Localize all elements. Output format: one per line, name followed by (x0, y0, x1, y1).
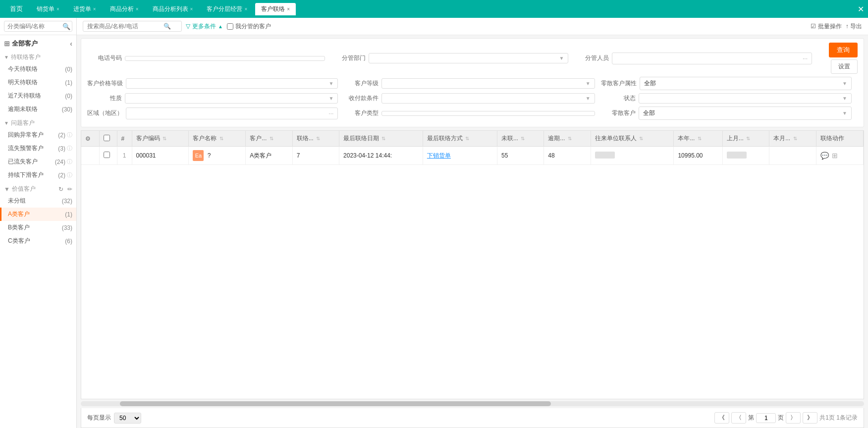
page-size-select[interactable]: 50 100 200 (114, 413, 141, 424)
phone-input[interactable] (125, 56, 325, 61)
edit-icon[interactable]: ✏ (67, 186, 72, 193)
export-button[interactable]: ↑ 导出 (846, 22, 862, 31)
data-table-container: ⚙ # 客户编码 ⇅ 客户名称 ⇅ (81, 130, 864, 399)
col-company-contact[interactable]: 往来单位联系人 ⇅ (591, 131, 674, 147)
column-settings-icon[interactable]: ⚙ (85, 135, 91, 142)
col-settings[interactable]: ⚙ (81, 131, 99, 147)
manager-input[interactable]: ··· (612, 53, 812, 64)
phone-label: 电话号码 (87, 54, 122, 62)
close-customer-tier-icon[interactable]: × (244, 6, 247, 12)
sidebar-item-tomorrow-pending[interactable]: 明天待联络 (1) (0, 76, 76, 89)
query-button[interactable]: 查询 (829, 43, 858, 57)
col-customer-code[interactable]: 客户编码 ⇅ (132, 131, 189, 147)
filter-cell-customer-level: 客户等级 ▼ (344, 78, 600, 89)
customer-level-input[interactable]: ▼ (381, 78, 595, 89)
sidebar-item-7days-pending[interactable]: 近7天待联络 (0) (0, 89, 76, 103)
col-last-contact-date[interactable]: 最后联络日期 ⇅ (339, 131, 423, 147)
filter-actions: 查询 设置 (818, 43, 858, 74)
tab-product-analysis-list[interactable]: 商品分析列表 × (147, 3, 199, 15)
manager-label: 分管人员 (574, 54, 609, 62)
col-num: # (117, 131, 132, 147)
sidebar-item-class-b[interactable]: B类客户 (33) (0, 221, 76, 234)
cell-customer-name: Ea ? (189, 147, 246, 165)
more-conditions-arrow: ▲ (218, 24, 223, 29)
close-customer-contact-icon[interactable]: × (287, 6, 290, 12)
window-close-icon[interactable]: ✕ (858, 4, 864, 14)
sidebar-item-continuous-decline[interactable]: 持续下滑客户 (2) ⓘ (0, 168, 76, 182)
my-customers-checkbox[interactable] (227, 23, 233, 30)
total-pages-label: 页 (778, 414, 784, 422)
page-number-input[interactable] (756, 413, 776, 423)
row-checkbox[interactable] (104, 152, 110, 158)
cell-last-month (722, 147, 769, 165)
col-this-year[interactable]: 本年... ⇅ (674, 131, 722, 147)
home-tab[interactable]: 首页 (4, 2, 29, 15)
close-product-analysis-list-icon[interactable]: × (190, 6, 193, 12)
col-this-month[interactable]: 本月... ⇅ (769, 131, 816, 147)
col-last-month[interactable]: 上月... ⇅ (722, 131, 769, 147)
scrollbar-thumb[interactable] (120, 401, 551, 406)
refresh-icon[interactable]: ↻ (58, 186, 63, 193)
sidebar-item-unclassified[interactable]: 未分组 (32) (0, 194, 76, 208)
group-problem-customers[interactable]: ▼ 问题客户 (0, 116, 76, 128)
advanced-filter-panel: 电话号码 分管部门 ▼ 分管人员 ··· 查询 设置 (81, 38, 864, 127)
more-conditions-button[interactable]: ▽ 更多条件 ▲ (186, 22, 223, 31)
group-pending-contact[interactable]: ▼ 待联络客户 (0, 50, 76, 62)
first-page-button[interactable]: 《 (714, 412, 729, 424)
dept-input[interactable]: ▼ (369, 53, 569, 63)
region-input[interactable]: ··· (126, 107, 338, 119)
sort-icon: ⇅ (270, 136, 273, 141)
close-product-analysis-icon[interactable]: × (136, 6, 139, 12)
tab-customer-tier[interactable]: 客户分层经营 × (201, 3, 253, 15)
price-level-input[interactable]: ▼ (126, 78, 338, 89)
group-arrow-icon2: ▼ (4, 120, 9, 126)
col-customer-name[interactable]: 客户名称 ⇅ (189, 131, 246, 147)
action-icons-container: 💬 ⊞ (820, 152, 859, 160)
payment-input[interactable]: ▼ (381, 93, 595, 104)
col-action: 联络动作 (816, 131, 863, 147)
col-contact-count[interactable]: 联络... ⇅ (292, 131, 339, 147)
col-last-contact-method[interactable]: 最后联络方式 ⇅ (423, 131, 497, 147)
contact-icon[interactable]: 💬 (820, 152, 829, 160)
select-all-checkbox[interactable] (104, 135, 110, 141)
cell-overdue: 48 (544, 147, 591, 165)
filter-search-input[interactable] (87, 23, 162, 30)
retail-attr-input[interactable]: 全部▼ (640, 77, 852, 90)
settings-button[interactable]: 设置 (831, 59, 858, 74)
group-value-customers[interactable]: ▼ 价值客户 ↻ ✏ (0, 182, 76, 194)
sidebar-item-repurchase-abnormal[interactable]: 回购异常客户 (2) ⓘ (0, 128, 76, 142)
col-customer-type[interactable]: 客户... ⇅ (246, 131, 292, 147)
sidebar-item-overdue-no-contact[interactable]: 逾期未联络 (30) (0, 103, 76, 116)
last-contact-method-link[interactable]: 下销货单 (427, 152, 451, 159)
sidebar-item-churned[interactable]: 已流失客户 (24) ⓘ (0, 155, 76, 168)
col-uncontacted[interactable]: 未联... ⇅ (497, 131, 543, 147)
all-customers-label[interactable]: 全部客户 (12, 39, 38, 48)
next-page-button[interactable]: 〉 (786, 412, 801, 424)
sidebar-item-today-pending[interactable]: 今天待联络 (0) (0, 62, 76, 76)
retail-customer-label: 零散客户 (601, 109, 636, 117)
status-input[interactable]: ▼ (639, 93, 852, 104)
horizontal-scrollbar[interactable] (81, 401, 864, 406)
close-sales-order-icon[interactable]: × (56, 6, 59, 12)
tab-product-analysis[interactable]: 商品分析 × (104, 3, 145, 15)
my-customers-checkbox-label[interactable]: 我分管的客户 (227, 22, 271, 31)
prev-page-button[interactable]: 〈 (731, 412, 746, 424)
last-page-button[interactable]: 》 (803, 412, 817, 424)
tab-sales-order[interactable]: 销货单 × (31, 3, 65, 15)
sidebar-item-class-c[interactable]: C类客户 (6) (0, 234, 76, 248)
close-purchase-order-icon[interactable]: × (93, 6, 96, 12)
sidebar-collapse-button[interactable]: ‹ (70, 40, 72, 48)
top-navigation: 首页 销货单 × 进货单 × 商品分析 × 商品分析列表 × 客户分层经营 × … (0, 0, 868, 18)
tab-purchase-order[interactable]: 进货单 × (67, 3, 102, 15)
sidebar-item-churn-warning[interactable]: 流失预警客户 (3) ⓘ (0, 142, 76, 155)
batch-operation-button[interactable]: ☑ 批量操作 (811, 22, 841, 31)
customer-type-input[interactable] (381, 111, 595, 116)
tab-customer-contact[interactable]: 客户联络 × (255, 3, 296, 15)
qr-icon[interactable]: ⊞ (832, 152, 838, 160)
price-level-label: 客户价格等级 (87, 79, 123, 88)
col-overdue[interactable]: 逾期... ⇅ (544, 131, 591, 147)
filter-cell-status: 状态 ▼ (601, 93, 858, 104)
sidebar-item-class-a[interactable]: A类客户 (1) (0, 208, 76, 221)
nature-input[interactable]: ▼ (125, 93, 338, 104)
retail-customer-input[interactable]: 全部▼ (639, 107, 852, 120)
